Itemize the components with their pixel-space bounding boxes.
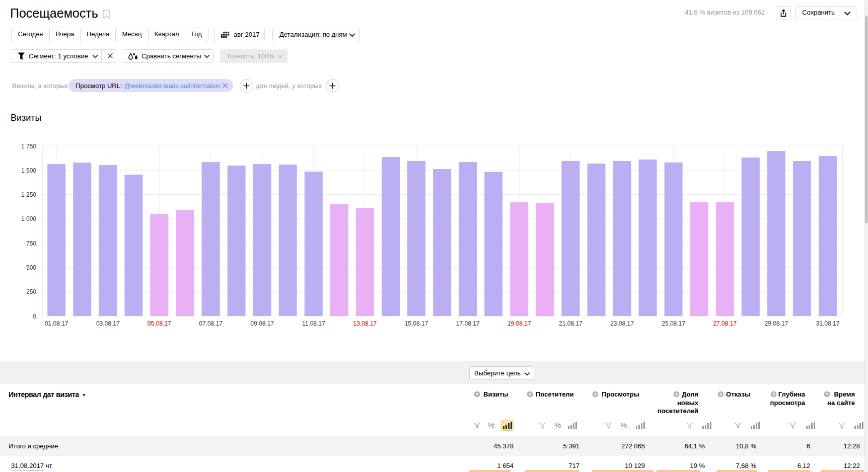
svg-text:01.08.17: 01.08.17 bbox=[45, 320, 68, 327]
svg-text:1 250: 1 250 bbox=[21, 191, 36, 198]
svg-text:29.08.17: 29.08.17 bbox=[765, 320, 788, 327]
svg-text:07.08.17: 07.08.17 bbox=[199, 320, 223, 327]
svg-text:1 500: 1 500 bbox=[21, 167, 36, 174]
svg-text:27.08.17: 27.08.17 bbox=[713, 320, 737, 327]
svg-text:15.08.17: 15.08.17 bbox=[405, 320, 428, 327]
svg-text:0: 0 bbox=[33, 313, 36, 320]
svg-text:500: 500 bbox=[26, 264, 36, 271]
svg-text:25.08.17: 25.08.17 bbox=[662, 320, 685, 327]
svg-text:23.08.17: 23.08.17 bbox=[610, 320, 634, 327]
svg-text:1 000: 1 000 bbox=[21, 215, 36, 222]
svg-text:21.08.17: 21.08.17 bbox=[559, 320, 583, 327]
svg-text:?: ? bbox=[594, 392, 597, 397]
svg-text:31.08.17: 31.08.17 bbox=[816, 320, 840, 327]
svg-text:09.08.17: 09.08.17 bbox=[250, 320, 274, 327]
svg-text:?: ? bbox=[476, 392, 479, 397]
svg-text:1 750: 1 750 bbox=[21, 143, 36, 150]
svg-text:750: 750 bbox=[26, 240, 36, 247]
svg-text:17.08.17: 17.08.17 bbox=[456, 320, 480, 327]
svg-text:250: 250 bbox=[26, 288, 36, 295]
svg-text:19.08.17: 19.08.17 bbox=[508, 320, 531, 327]
svg-text:11.08.17: 11.08.17 bbox=[302, 320, 325, 327]
svg-text:05.08.17: 05.08.17 bbox=[148, 320, 171, 327]
svg-text:03.08.17: 03.08.17 bbox=[96, 320, 120, 327]
svg-text:?: ? bbox=[529, 392, 532, 397]
svg-text:13.08.17: 13.08.17 bbox=[353, 320, 377, 327]
